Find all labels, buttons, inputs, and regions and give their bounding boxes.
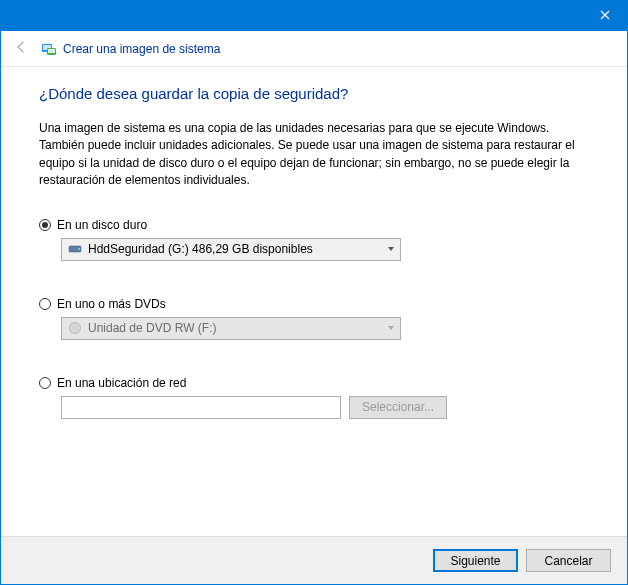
next-button[interactable]: Siguiente — [433, 549, 518, 572]
radio-hdd[interactable]: En un disco duro — [39, 218, 589, 232]
option-network: En una ubicación de red Seleccionar... — [39, 376, 589, 419]
svg-rect-3 — [48, 49, 55, 53]
combo-value: Unidad de DVD RW (F:) — [88, 321, 382, 335]
wizard-footer: Siguiente Cancelar — [1, 536, 627, 584]
network-path-input — [61, 396, 341, 419]
browse-network-button: Seleccionar... — [349, 396, 447, 419]
radio-network[interactable]: En una ubicación de red — [39, 376, 589, 390]
page-heading: ¿Dónde desea guardar la copia de segurid… — [39, 85, 589, 102]
radio-icon — [39, 377, 51, 389]
chevron-down-icon — [382, 239, 400, 260]
arrow-left-icon — [14, 40, 28, 57]
close-button[interactable] — [582, 1, 627, 31]
hard-drive-icon — [67, 241, 83, 257]
option-hdd: En un disco duro HddSeguridad (G:) 486,2… — [39, 218, 589, 261]
radio-dvd[interactable]: En uno o más DVDs — [39, 297, 589, 311]
radio-label: En un disco duro — [57, 218, 147, 232]
radio-label: En uno o más DVDs — [57, 297, 166, 311]
cancel-button[interactable]: Cancelar — [526, 549, 611, 572]
back-button[interactable] — [9, 37, 33, 61]
chevron-down-icon — [382, 318, 400, 339]
radio-icon — [39, 219, 51, 231]
option-dvd: En uno o más DVDs Unidad de DVD RW (F:) — [39, 297, 589, 340]
system-image-icon — [41, 41, 57, 57]
hdd-drive-select[interactable]: HddSeguridad (G:) 486,29 GB disponibles — [61, 238, 401, 261]
close-icon — [600, 9, 610, 23]
window-titlebar — [1, 1, 627, 31]
svg-point-7 — [74, 327, 76, 329]
page-description: Una imagen de sistema es una copia de la… — [39, 120, 579, 190]
radio-label: En una ubicación de red — [57, 376, 186, 390]
wizard-content: ¿Dónde desea guardar la copia de segurid… — [1, 67, 627, 536]
wizard-header: Crear una imagen de sistema — [1, 31, 627, 67]
svg-point-5 — [78, 248, 80, 250]
dvd-drive-select: Unidad de DVD RW (F:) — [61, 317, 401, 340]
disc-icon — [67, 320, 83, 336]
radio-icon — [39, 298, 51, 310]
wizard-title: Crear una imagen de sistema — [63, 42, 220, 56]
system-image-wizard-window: Crear una imagen de sistema ¿Dónde desea… — [0, 0, 628, 585]
combo-value: HddSeguridad (G:) 486,29 GB disponibles — [88, 242, 382, 256]
